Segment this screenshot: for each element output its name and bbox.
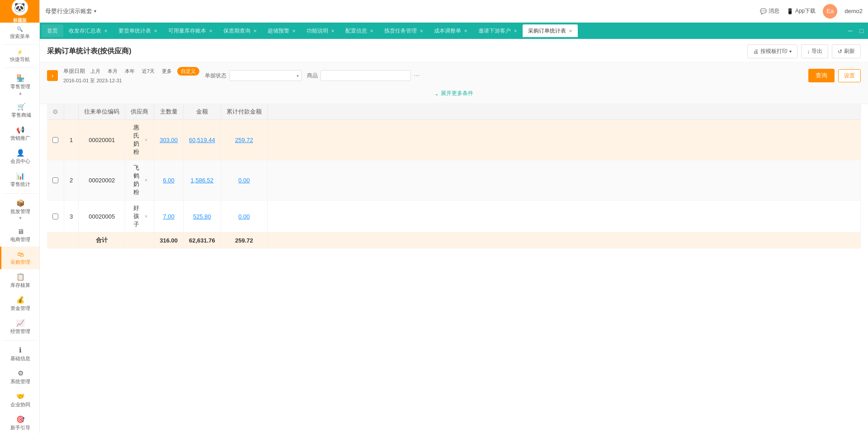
row-checkbox[interactable] bbox=[52, 137, 58, 143]
sidebar-item-inventory[interactable]: 📋 库存核算 bbox=[0, 269, 39, 292]
tab-close-icon2[interactable]: ✕ bbox=[154, 29, 157, 33]
table-settings-icon[interactable]: ⚙ bbox=[52, 108, 58, 115]
sidebar-item-retail-stat[interactable]: 📊 零售统计 bbox=[0, 168, 39, 191]
tab-receive-send[interactable]: 收发存汇总表 ✕ bbox=[63, 24, 113, 37]
expand-row-icon[interactable]: ▼ bbox=[144, 214, 148, 219]
refresh-btn[interactable]: ↺ 刷新 bbox=[832, 44, 861, 58]
minimize-btn[interactable]: ─ bbox=[845, 26, 855, 35]
inventory-icon: 📋 bbox=[16, 273, 25, 281]
tab-config-info[interactable]: 配置信息 ✕ bbox=[340, 24, 379, 37]
date-btn-last-month[interactable]: 上月 bbox=[88, 67, 103, 76]
tab-invite-downstream[interactable]: 邀请下游客户 ✕ bbox=[473, 24, 523, 37]
col-supplier: 供应商 bbox=[125, 104, 154, 120]
filter-toggle-btn[interactable]: › bbox=[47, 70, 58, 81]
amount-link[interactable]: 60,519.44 bbox=[189, 137, 215, 143]
date-btn-more[interactable]: 更多 bbox=[159, 67, 175, 76]
date-btn-this-year[interactable]: 本年 bbox=[122, 67, 137, 76]
sidebar-item-search[interactable]: 🔍 搜索菜单 bbox=[0, 24, 39, 43]
tab-available-inventory[interactable]: 可用量库存账本 ✕ bbox=[163, 24, 218, 37]
sidebar-item-marketing[interactable]: 📢 营销推广 bbox=[0, 122, 39, 145]
main-qty-link[interactable]: 6.00 bbox=[163, 177, 174, 184]
tab-close-icon3[interactable]: ✕ bbox=[209, 29, 212, 33]
settings-btn[interactable]: 设置 bbox=[838, 69, 861, 82]
app-download-btn[interactable]: 📱 App下载 bbox=[787, 7, 816, 15]
date-btn-7days[interactable]: 近7天 bbox=[139, 67, 157, 76]
sidebar-item-retail-mall[interactable]: 🛒 零售商城 bbox=[0, 99, 39, 122]
chevron-down-icon2: ▼ bbox=[19, 216, 23, 220]
tab-close-icon10[interactable]: ✕ bbox=[514, 29, 517, 33]
row-checkbox[interactable] bbox=[52, 177, 58, 183]
maximize-btn[interactable]: □ bbox=[857, 26, 866, 35]
sidebar-item-operations[interactable]: 📈 经营管理 bbox=[0, 315, 39, 338]
sidebar-item-ecommerce[interactable]: 🖥 电商管理 bbox=[0, 224, 39, 247]
main-qty-link[interactable]: 303.00 bbox=[160, 137, 178, 143]
row-paid-amount: 259.72 bbox=[221, 120, 267, 160]
tab-close-icon9[interactable]: ✕ bbox=[464, 29, 467, 33]
tab-close-icon11[interactable]: ✕ bbox=[569, 29, 572, 33]
tab-home[interactable]: 首页 bbox=[42, 24, 63, 37]
row-supplier: 好孩子 ▼ bbox=[125, 200, 154, 233]
more-fields-icon[interactable]: ··· bbox=[414, 71, 420, 80]
tab-close-icon6[interactable]: ✕ bbox=[331, 29, 335, 33]
main-qty-link[interactable]: 7.00 bbox=[163, 213, 174, 220]
sidebar-item-enterprise[interactable]: 🤝 企业协同 bbox=[0, 389, 39, 412]
date-shortcuts: 上月 本月 本年 近7天 更多 bbox=[88, 67, 175, 76]
tab-expiry-query[interactable]: 保质期查询 ✕ bbox=[218, 24, 262, 37]
row-paid-amount: 0.00 bbox=[221, 160, 267, 200]
expand-more-btn[interactable]: ⌄ 展开更多条件 bbox=[434, 90, 473, 97]
paid-amount-link[interactable]: 0.00 bbox=[238, 213, 250, 220]
tab-close-icon5[interactable]: ✕ bbox=[292, 29, 296, 33]
avatar[interactable]: Ea bbox=[823, 4, 837, 19]
message-btn[interactable]: 💬 消息 bbox=[760, 7, 779, 15]
tab-close-icon7[interactable]: ✕ bbox=[370, 29, 373, 33]
amount-link[interactable]: 1,586.52 bbox=[191, 177, 214, 184]
col-partner-code: 往来单位编码 bbox=[79, 104, 125, 120]
sidebar-item-system[interactable]: ⚙ 系统管理 bbox=[0, 366, 39, 389]
print-btn[interactable]: 🖨 按模板打印 ▾ bbox=[747, 44, 797, 58]
row-partner-code: 00020005 bbox=[79, 200, 125, 233]
tab-close-icon8[interactable]: ✕ bbox=[420, 29, 423, 33]
chevron-down-icon5: ⌄ bbox=[434, 90, 439, 97]
flash-icon: ⚡ bbox=[17, 49, 23, 55]
wholesale-icon: 📦 bbox=[16, 199, 25, 207]
tab-close-icon[interactable]: ✕ bbox=[104, 29, 108, 33]
sidebar-item-quick-nav[interactable]: ⚡ 快捷导航 bbox=[0, 47, 39, 66]
row-supplier: 飞鹤奶粉 ▼ bbox=[125, 160, 154, 200]
status-select[interactable] bbox=[229, 70, 302, 81]
tab-purchase-order-stat[interactable]: 采购订单统计表 ✕ bbox=[523, 24, 578, 37]
tab-cost-adjust-label: 成本调整单 bbox=[434, 27, 461, 35]
amount-link[interactable]: 525.80 bbox=[193, 213, 211, 220]
expand-row-icon[interactable]: ▼ bbox=[144, 138, 148, 143]
sidebar-item-basic-info[interactable]: ℹ 基础信息 bbox=[0, 343, 39, 366]
paid-amount-link[interactable]: 259.72 bbox=[235, 137, 253, 143]
footer-empty4 bbox=[267, 233, 860, 248]
sidebar-item-member[interactable]: 👤 会员中心 bbox=[0, 145, 39, 168]
row-no: 2 bbox=[64, 160, 79, 200]
date-btn-this-month[interactable]: 本月 bbox=[105, 67, 120, 76]
col-empty bbox=[267, 104, 860, 120]
account-dropdown[interactable]: 母婴行业演示账套 ▾ bbox=[45, 7, 96, 15]
marketing-icon: 📢 bbox=[16, 126, 25, 134]
sidebar-item-finance[interactable]: 💰 资金管理 bbox=[0, 292, 39, 315]
tab-cost-adjust[interactable]: 成本调整单 ✕ bbox=[429, 24, 473, 37]
sidebar-item-retail[interactable]: 🏪 零售管理 ▲ bbox=[0, 71, 39, 99]
expand-row-icon[interactable]: ▼ bbox=[144, 178, 148, 183]
tab-pick-task[interactable]: 拣货任务管理 ✕ bbox=[379, 24, 429, 37]
tab-close-icon4[interactable]: ✕ bbox=[253, 29, 257, 33]
custom-date-badge[interactable]: 自定义 bbox=[177, 67, 199, 76]
tab-overstock-warning[interactable]: 超储预警 ✕ bbox=[262, 24, 301, 37]
sidebar-item-purchase[interactable]: 🛍 采购管理 bbox=[0, 247, 39, 269]
paid-amount-link[interactable]: 0.00 bbox=[238, 177, 250, 184]
data-table: ⚙ 往来单位编码 供应商 主数量 金额 累计付款金额 1 bbox=[47, 104, 861, 248]
tab-requisition-stat[interactable]: 要货单统计表 ✕ bbox=[113, 24, 163, 37]
export-btn[interactable]: ↓ 导出 bbox=[801, 44, 828, 58]
sidebar-item-wholesale[interactable]: 📦 批发管理 ▼ bbox=[0, 195, 39, 224]
row-checkbox[interactable] bbox=[52, 214, 58, 219]
goods-input[interactable] bbox=[321, 70, 411, 81]
sidebar-item-newbie[interactable]: 🎯 新手引导 bbox=[0, 412, 39, 433]
query-btn[interactable]: 查询 bbox=[808, 69, 835, 82]
main-area: 母婴行业演示账套 ▾ 💬 消息 📱 App下载 Ea demo2 首页 收发存汇… bbox=[40, 0, 868, 433]
col-paid-amount: 累计付款金额 bbox=[221, 104, 267, 120]
tab-function-desc[interactable]: 功能说明 ✕ bbox=[301, 24, 340, 37]
chevron-down-icon4: ▾ bbox=[789, 49, 792, 54]
